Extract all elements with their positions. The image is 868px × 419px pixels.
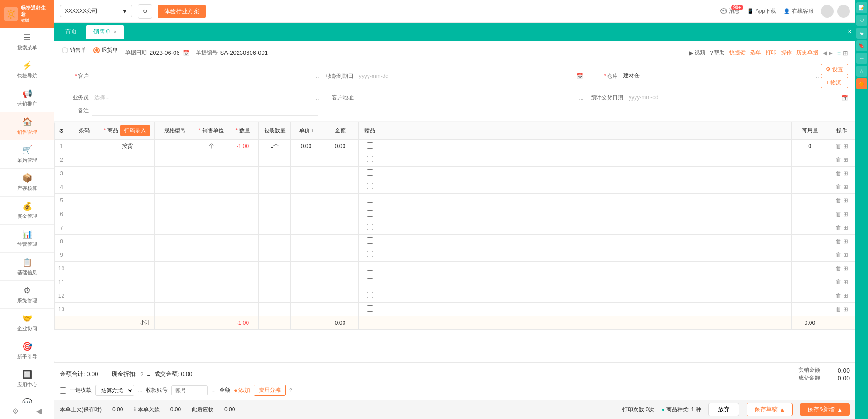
row-gift-1[interactable] [359, 140, 381, 153]
warehouse-dots[interactable]: ... [815, 73, 819, 79]
fee-split-btn[interactable]: 费用分摊 [254, 385, 286, 396]
delete-icon-12[interactable]: 🗑 [835, 292, 841, 299]
help-circle-icon[interactable]: ? [140, 371, 143, 378]
message-btn[interactable]: 💬 消息 99+ [720, 7, 740, 15]
one-key-pay-checkbox[interactable] [60, 387, 66, 394]
action-help[interactable]: ? 帮助 [710, 49, 725, 57]
calendar-icon-delivery[interactable]: 📅 [841, 95, 848, 101]
gift-checkbox-13[interactable] [367, 305, 373, 312]
tab-sales[interactable]: 销售单 × [86, 25, 124, 39]
action-print[interactable]: 打印 [766, 49, 776, 57]
sidebar-item-search[interactable]: ☰ 搜索菜单 [0, 28, 54, 56]
gift-checkbox-1[interactable] [367, 142, 373, 149]
delete-icon-11[interactable]: 🗑 [835, 279, 841, 285]
due-date-input[interactable] [356, 72, 572, 81]
delete-icon-2[interactable]: 🗑 [835, 156, 841, 163]
sidebar-item-newbie[interactable]: 🎯 新手引导 [0, 337, 54, 365]
gift-checkbox-9[interactable] [367, 251, 373, 257]
save-draft-btn[interactable]: 保存草稿 ▲ [747, 403, 793, 416]
fee-help-icon[interactable]: ? [289, 387, 292, 394]
delete-icon-13[interactable]: 🗑 [835, 306, 841, 313]
user-avatar[interactable] [821, 5, 834, 18]
list-view-icon[interactable]: ≡ [837, 49, 841, 57]
service-btn[interactable]: 👤 在线客服 [783, 7, 814, 15]
app-download-btn[interactable]: 📱 App下载 [747, 7, 776, 15]
sidebar-item-enterprise[interactable]: 🤝 企业协同 [0, 309, 54, 337]
sidebar-item-marketing[interactable]: 📢 营销推广 [0, 84, 54, 112]
sidebar-item-wechat[interactable]: 💬 企业微信 [0, 393, 54, 403]
settings-button[interactable]: ⚙ 设置 [821, 64, 848, 75]
rp-btn-7[interactable]: 🔶 [856, 78, 867, 89]
calendar-icon-date[interactable]: 📅 [183, 50, 189, 56]
action-history[interactable]: 历史单据 [796, 49, 818, 57]
copy-icon-8[interactable]: ⊞ [843, 238, 848, 245]
customer-input[interactable] [92, 72, 312, 81]
copy-icon-4[interactable]: ⊞ [843, 183, 848, 190]
delete-icon-5[interactable]: 🗑 [835, 197, 841, 204]
grid-view-icon[interactable]: ⊞ [843, 49, 848, 57]
copy-icon-1[interactable]: ⊞ [843, 143, 848, 149]
settle-dots[interactable]: ... [138, 387, 142, 394]
warehouse-input[interactable] [621, 72, 811, 81]
gift-checkbox-3[interactable] [367, 169, 373, 176]
action-shortcut[interactable]: 快捷键 [729, 49, 746, 57]
gift-checkbox-12[interactable] [367, 292, 373, 298]
rp-btn-3[interactable]: ⊕ [856, 28, 867, 39]
gift-checkbox-4[interactable] [367, 183, 373, 189]
action-video[interactable]: ▶ 视频 [689, 49, 705, 57]
tab-close-all-icon[interactable]: × [848, 28, 852, 36]
salesperson-input[interactable] [92, 93, 312, 102]
copy-icon-3[interactable]: ⊞ [843, 170, 848, 177]
sidebar-item-basic[interactable]: 📋 基础信息 [0, 253, 54, 281]
rp-btn-2[interactable]: 🛡 [856, 15, 867, 26]
copy-icon-11[interactable]: ⊞ [843, 279, 848, 285]
delete-icon-6[interactable]: 🗑 [835, 211, 841, 217]
copy-icon-7[interactable]: ⊞ [843, 224, 848, 231]
rp-btn-1[interactable]: 📝 [856, 2, 867, 13]
gift-checkbox-2[interactable] [367, 156, 373, 162]
gift-checkbox-10[interactable] [367, 265, 373, 271]
info-icon-owes[interactable]: ℹ [134, 406, 136, 413]
addr-dots[interactable]: ... [579, 95, 583, 101]
row-qty-1[interactable]: -1.00 [227, 140, 259, 153]
logistics-button[interactable]: + 物流 [821, 77, 848, 88]
gift-checkbox-8[interactable] [367, 237, 373, 244]
rp-btn-4[interactable]: 🔖 [856, 40, 867, 51]
account-dots[interactable]: ... [211, 387, 216, 394]
copy-icon-12[interactable]: ⊞ [843, 292, 848, 299]
copy-icon-5[interactable]: ⊞ [843, 197, 848, 204]
sidebar-item-sales[interactable]: 🏠 销售管理 [0, 112, 54, 140]
remarks-input[interactable] [92, 106, 318, 116]
rp-btn-6[interactable]: ☆ [856, 66, 867, 77]
action-operate[interactable]: 操作 [781, 49, 792, 57]
topbar-settings-btn[interactable]: ⚙ [138, 4, 152, 19]
customer-dots[interactable]: ... [315, 73, 319, 79]
radio-return[interactable]: 退货单 [93, 46, 118, 54]
gift-checkbox-5[interactable] [367, 197, 373, 203]
row-product-1[interactable]: 按货 [100, 140, 155, 153]
copy-icon-10[interactable]: ⊞ [843, 265, 848, 272]
sidebar-settings-btn[interactable]: ⚙ [12, 407, 19, 415]
delivery-date-input[interactable] [626, 93, 837, 102]
tab-home[interactable]: 首页 [58, 25, 84, 39]
sidebar-item-inventory[interactable]: 📦 库存核算 [0, 169, 54, 197]
delete-icon-8[interactable]: 🗑 [835, 238, 841, 245]
delete-icon-1[interactable]: 🗑 [835, 143, 841, 149]
calc-method-select[interactable]: 结算方式 [95, 385, 134, 396]
sidebar-item-purchase[interactable]: 🛒 采购管理 [0, 140, 54, 169]
tab-close-icon[interactable]: × [114, 29, 116, 34]
sidebar-item-system[interactable]: ⚙ 系统管理 [0, 281, 54, 309]
gear-icon[interactable]: ⚙ [59, 128, 64, 134]
price-info-icon[interactable]: ℹ [311, 128, 313, 133]
delete-icon-4[interactable]: 🗑 [835, 183, 841, 190]
sidebar-collapse-btn[interactable]: ◀ [36, 407, 42, 415]
gift-checkbox-11[interactable] [367, 278, 373, 284]
row-price-1[interactable]: 0.00 [291, 140, 322, 153]
salesperson-dots[interactable]: ... [315, 95, 319, 101]
calendar-icon-due[interactable]: 📅 [577, 73, 583, 79]
save-new-btn[interactable]: 保存&新增 ▲ [800, 403, 850, 416]
account-input[interactable] [171, 385, 208, 395]
abandon-btn[interactable]: 放弃 [708, 403, 739, 416]
user-avatar2[interactable] [837, 5, 850, 18]
row-barcode-1[interactable] [68, 140, 100, 153]
